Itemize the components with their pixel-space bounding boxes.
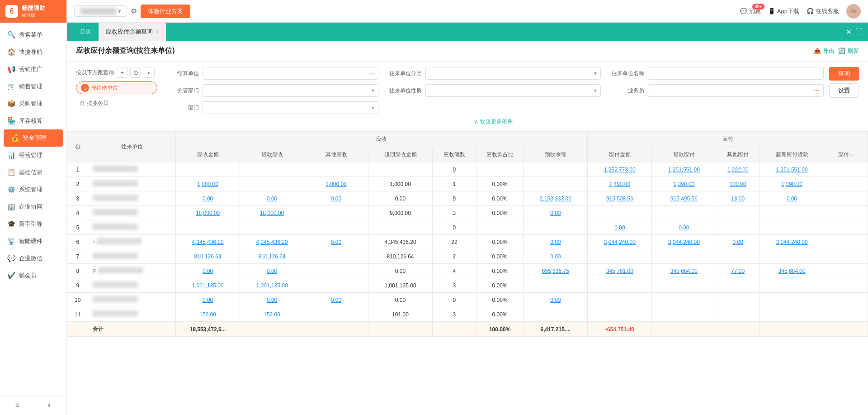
filter-group-by-unit[interactable]: ⊙ 按往来单位 bbox=[76, 81, 157, 94]
topbar-gear-icon[interactable]: ⚙ bbox=[131, 7, 137, 15]
table-cell[interactable]: 4,345,436.20 bbox=[240, 235, 304, 249]
sidebar-collapse-btn[interactable]: ⏸ bbox=[35, 400, 63, 411]
sidebar-item-finance[interactable]: 💰资金管理 bbox=[4, 129, 63, 147]
table-cell[interactable]: 3,044,240.00 bbox=[652, 235, 716, 249]
table-cell[interactable]: 3,044,240.00 bbox=[588, 235, 652, 249]
table-cell[interactable]: 0.00 bbox=[240, 191, 304, 206]
sidebar-item-marketing[interactable]: 📢营销推广 bbox=[0, 61, 66, 78]
table-cell[interactable]: 152.00 bbox=[240, 307, 304, 322]
notifications-btn[interactable]: 💬 消息 99+ bbox=[740, 7, 761, 15]
table-cell[interactable]: 1,001,135.00 bbox=[176, 278, 240, 293]
table-cell[interactable]: 0.00 bbox=[524, 206, 588, 220]
table-cell[interactable]: 345,684.00 bbox=[652, 264, 716, 278]
table-cell[interactable]: 0.00 bbox=[240, 293, 304, 307]
table-cell[interactable]: 3,044,240.00 bbox=[760, 235, 824, 249]
table-cell[interactable]: 1,251,551.00 bbox=[760, 162, 824, 177]
sidebar-footer: ⚙ ⏸ bbox=[0, 396, 66, 415]
company-selector[interactable]: ▾ bbox=[74, 5, 127, 17]
unit-nature-input[interactable]: ▾ bbox=[425, 84, 601, 97]
table-cell: 101.00 bbox=[368, 307, 433, 322]
sidebar-item-wechat[interactable]: 💬企业微信 bbox=[0, 250, 66, 267]
sidebar-item-system[interactable]: ⚙️系统管理 bbox=[0, 181, 66, 198]
filter-group-by-staff[interactable]: ⏱ 按业务员 bbox=[76, 98, 157, 109]
table-cell[interactable]: 1,251,551.00 bbox=[652, 162, 716, 177]
settlement-input[interactable]: ··· bbox=[203, 67, 378, 80]
table-cell[interactable]: 0.00 bbox=[524, 235, 588, 249]
table-cell[interactable]: 1,000.00 bbox=[304, 177, 368, 191]
dept-manage-input[interactable]: ▾ bbox=[203, 84, 378, 97]
table-cell[interactable]: 0.00 bbox=[176, 191, 240, 206]
table-cell[interactable]: 915,495.56 bbox=[652, 191, 716, 206]
app-download-btn[interactable]: 📱 App下载 bbox=[768, 7, 799, 15]
table-cell[interactable]: 77.00 bbox=[716, 264, 760, 278]
table-cell[interactable]: 0.00 bbox=[176, 264, 240, 278]
table-cell[interactable]: 0.00 bbox=[176, 293, 240, 307]
sidebar-item-hardware[interactable]: 📡智能硬件 bbox=[0, 233, 66, 250]
table-cell[interactable]: 100.00 bbox=[716, 177, 760, 191]
table-cell[interactable]: 1,490.00 bbox=[588, 177, 652, 191]
user-profile[interactable]: Rit bbox=[846, 4, 861, 19]
table-cell[interactable]: 0.00 bbox=[240, 264, 304, 278]
export-btn[interactable]: 📤 导出 bbox=[814, 47, 835, 55]
sidebar-item-member[interactable]: ✔️畅会员 bbox=[0, 267, 66, 284]
table-cell[interactable]: 0.00 bbox=[524, 249, 588, 264]
table-cell[interactable]: 0.00 bbox=[304, 191, 368, 206]
tab-home[interactable]: 首页 bbox=[72, 23, 99, 41]
sidebar-item-inventory[interactable]: 🏪库存核算 bbox=[0, 112, 66, 129]
company-cell: ^ bbox=[88, 235, 176, 249]
filter-collapse-btn[interactable]: ∧ 收起更多条件 bbox=[163, 118, 824, 125]
sidebar-item-purchase[interactable]: 📦采购管理 bbox=[0, 95, 66, 112]
tab-close-icon[interactable]: × bbox=[156, 29, 159, 35]
table-cell[interactable]: 655,636.75 bbox=[524, 264, 588, 278]
table-cell[interactable]: 1,390.00 bbox=[760, 177, 824, 191]
table-cell[interactable]: 345,761.00 bbox=[588, 264, 652, 278]
table-cell bbox=[652, 307, 716, 322]
table-cell[interactable]: 0.00 bbox=[304, 293, 368, 307]
table-cell[interactable]: 18,000.00 bbox=[176, 206, 240, 220]
filter-add-btn[interactable]: + bbox=[117, 67, 127, 78]
trial-btn[interactable]: 体验行业方案 bbox=[141, 5, 190, 18]
sidebar-item-quicknav[interactable]: 🏠快捷导航 bbox=[0, 43, 66, 61]
table-cell[interactable]: 810,126.64 bbox=[240, 249, 304, 264]
dept-input[interactable]: ▾ bbox=[203, 101, 378, 114]
table-cell[interactable]: 0.00 bbox=[760, 191, 824, 206]
query-btn[interactable]: 查询 bbox=[829, 67, 859, 81]
sidebar-item-search[interactable]: 🔍搜索菜单 bbox=[0, 26, 66, 43]
table-cell[interactable]: 18,000.00 bbox=[240, 206, 304, 220]
customer-service-btn[interactable]: 🎧 在线客服 bbox=[807, 7, 839, 15]
table-cell[interactable]: 1,390.00 bbox=[652, 177, 716, 191]
table-cell[interactable]: 1,252,773.00 bbox=[588, 162, 652, 177]
table-cell[interactable]: 0.00 bbox=[716, 235, 760, 249]
sidebar-item-basic[interactable]: 📋基础信息 bbox=[0, 164, 66, 181]
table-cell[interactable]: 152.00 bbox=[176, 307, 240, 322]
close-window-icon[interactable]: ✕ bbox=[846, 28, 852, 36]
table-cell[interactable]: 0.00 bbox=[652, 220, 716, 235]
sidebar-settings-btn[interactable]: ⚙ bbox=[4, 400, 32, 411]
table-cell[interactable]: 345,684.00 bbox=[760, 264, 824, 278]
table-cell[interactable]: 0.00 bbox=[304, 235, 368, 249]
salesperson-input[interactable]: ··· bbox=[648, 84, 824, 97]
sidebar-item-enterprise[interactable]: 🏢企业协同 bbox=[0, 198, 66, 215]
sidebar-item-guide[interactable]: 🎓新手引导 bbox=[0, 215, 66, 233]
settings-btn[interactable]: 设置 bbox=[829, 83, 859, 98]
filter-edit-btn[interactable]: ⊙ bbox=[130, 67, 141, 78]
table-cell[interactable]: 0.00 bbox=[588, 220, 652, 235]
sidebar-item-sales[interactable]: 🛒销售管理 bbox=[0, 78, 66, 95]
tab-arbal[interactable]: 应收应付余额查询 × bbox=[99, 23, 166, 41]
unit-name-input[interactable] bbox=[648, 67, 824, 80]
table-cell[interactable]: 1,001,135.00 bbox=[240, 278, 304, 293]
sidebar-item-management[interactable]: 📊经营管理 bbox=[0, 147, 66, 164]
refresh-btn[interactable]: 🔄 刷新 bbox=[838, 47, 859, 55]
table-cell[interactable]: 810,126.64 bbox=[176, 249, 240, 264]
table-cell[interactable]: 4,345,436.20 bbox=[176, 235, 240, 249]
table-cell[interactable]: 1,000.00 bbox=[176, 177, 240, 191]
unit-category-input[interactable]: ▾ bbox=[425, 67, 601, 80]
maximize-icon[interactable]: ⛶ bbox=[855, 28, 863, 36]
filter-collapse-scheme-btn[interactable]: « bbox=[144, 67, 155, 78]
table-cell[interactable]: 915,508.56 bbox=[588, 191, 652, 206]
table-cell[interactable]: 13.00 bbox=[716, 191, 760, 206]
col-settings-header[interactable]: ⚙ bbox=[67, 132, 88, 162]
table-cell[interactable]: 1,222.00 bbox=[716, 162, 760, 177]
table-cell[interactable]: 2,153,333.00 bbox=[524, 191, 588, 206]
table-cell[interactable]: 0.00 bbox=[524, 293, 588, 307]
